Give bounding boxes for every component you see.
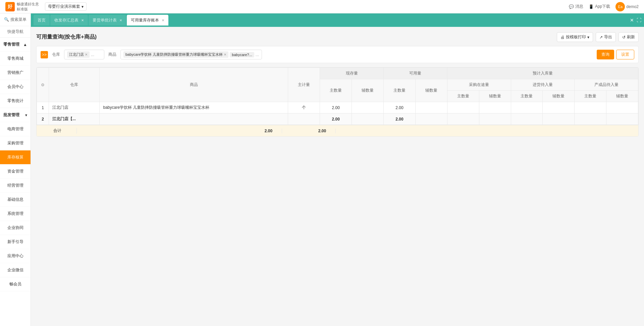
row2-incoming-main — [511, 113, 543, 125]
row2-product-main — [575, 113, 606, 125]
sidebar-item-retail-mall[interactable]: 零售商城 — [0, 52, 31, 66]
page-actions: 🖨 按模板打印 ▾ ↗ 导出 ↺ 刷新 — [557, 32, 639, 42]
product-pending-header: 产成品待入量 — [575, 79, 638, 91]
chevron-up-icon: ▲ — [23, 42, 27, 47]
sidebar-item-enterprise-wechat[interactable]: 企业微信 — [0, 263, 31, 277]
row2-purchase-main — [447, 113, 479, 125]
sidebar-item-member[interactable]: 会员中心 — [0, 80, 31, 94]
export-btn[interactable]: ↗ 导出 — [596, 32, 616, 42]
filter-actions: 查询 设置 — [597, 50, 634, 59]
page-header: 可用量查询(按仓库+商品) 🖨 按模板打印 ▾ ↗ 导出 ↺ 刷新 — [36, 32, 639, 42]
product-tag1-close[interactable]: ✕ — [224, 53, 226, 56]
sidebar-search[interactable]: 🔍 搜索菜单 — [0, 13, 31, 26]
data-table-container: ⚙ 仓库 商品 主计量 现存量 可用量 预计入库量 主数量 辅数量 — [36, 67, 639, 137]
product-main-header: 主数量 — [575, 91, 606, 102]
current-aux-qty-header: 辅数量 — [352, 79, 384, 102]
message-btn[interactable]: 💬 消息 — [569, 4, 583, 9]
row2-index: 2 — [37, 113, 49, 125]
chevron-down-icon: ▾ — [587, 35, 589, 40]
row2-current-main: 2.00 — [320, 113, 352, 125]
warehouse-tag: 江北门店 ✕ — [67, 51, 90, 58]
product-col-header: 商品 — [100, 68, 288, 102]
sidebar-item-enterprise[interactable]: 企业协同 — [0, 221, 31, 235]
sidebar-item-marketing[interactable]: 营销推广 — [0, 66, 31, 80]
mobile-icon: 📱 — [589, 4, 594, 9]
sidebar: 🔍 搜索菜单 快捷导航 零售管理 ▲ 零售商城 营销推广 会员中心 零售统计 批… — [0, 13, 31, 326]
row1-warehouse: 江北门店 — [49, 102, 100, 113]
warehouse-tag-close[interactable]: ✕ — [85, 53, 88, 56]
refresh-btn[interactable]: ↺ 刷新 — [619, 32, 639, 42]
settings-col-header[interactable]: ⚙ — [37, 68, 49, 102]
row2-product — [100, 113, 288, 125]
export-icon: ↗ — [599, 35, 603, 40]
current-stock-col-header: 现存量 — [320, 68, 384, 79]
tab-home[interactable]: 首页 — [34, 15, 50, 26]
row1-unit: 个 — [288, 102, 320, 113]
store-selector[interactable]: 母婴行业演示账套 ▾ — [45, 2, 87, 11]
page-title: 可用量查询(按仓库+商品) — [36, 34, 97, 41]
tab-available-ledger[interactable]: 可用量库存账本 ✕ — [127, 15, 168, 26]
sidebar-item-vip[interactable]: 畅会员 — [0, 277, 31, 291]
main-container: 🔍 搜索菜单 快捷导航 零售管理 ▲ 零售商城 营销推广 会员中心 零售统计 批… — [0, 13, 644, 326]
footer-available-main: 2.00 — [309, 129, 336, 133]
sidebar-item-purchase[interactable]: 采购管理 — [0, 136, 31, 150]
tab-order-stats[interactable]: 要货单统计表 ✕ — [89, 15, 126, 26]
row1-product-main — [575, 102, 606, 113]
print-template-btn[interactable]: 🖨 按模板打印 ▾ — [557, 32, 593, 42]
row2-current-aux — [352, 113, 384, 125]
sidebar-item-retail-mgmt[interactable]: 零售管理 ▲ — [0, 38, 31, 52]
tab-close-income-summary[interactable]: ✕ — [81, 18, 84, 22]
purchase-main-header: 主数量 — [447, 91, 479, 102]
sidebar-item-system[interactable]: 系统管理 — [0, 207, 31, 221]
planned-inbound-col-header: 预计入库量 — [447, 68, 638, 79]
query-button[interactable]: 查询 — [597, 50, 614, 59]
top-bar-right: 💬 消息 📱 App下载 Ea demo2 — [569, 2, 639, 11]
sidebar-item-wholesale[interactable]: 批发管理 ▾ — [0, 108, 31, 122]
sidebar-item-guide[interactable]: 新手引导 — [0, 235, 31, 249]
product-more[interactable]: ... — [256, 52, 259, 57]
user-profile[interactable]: Ea demo2 — [615, 2, 639, 11]
row2-warehouse: 江北门店【... — [49, 113, 100, 125]
setting-button[interactable]: 设置 — [616, 50, 634, 59]
row2-available-main: 2.00 — [384, 113, 416, 125]
incoming-aux-header: 辅数量 — [543, 91, 575, 102]
tab-close-order-stats[interactable]: ✕ — [119, 18, 122, 22]
tab-close-available-ledger[interactable]: ✕ — [162, 18, 164, 22]
sidebar-item-app-center[interactable]: 应用中心 — [0, 249, 31, 263]
sidebar-quick-nav[interactable]: 快捷导航 — [0, 26, 31, 38]
purchase-transit-header: 采购在途量 — [447, 79, 511, 91]
maximize-window-btn[interactable]: ⛶ — [637, 17, 641, 23]
chevron-down-icon: ▾ — [25, 113, 27, 118]
row1-product: babycare学饮杯 儿童防摔防撞吸管杯重力球吸嘴杯宝宝水杯 — [100, 102, 288, 113]
row1-index: 1 — [37, 102, 49, 113]
logo-text: 畅捷通好生意 标准版 — [17, 2, 39, 11]
row2-incoming-aux — [543, 113, 575, 125]
logo-icon: 好 — [5, 2, 15, 11]
current-main-qty-header: 主数量 — [320, 79, 352, 102]
top-bar-left: 好 畅捷通好生意 标准版 母婴行业演示账套 ▾ — [5, 2, 87, 11]
close-window-btn[interactable]: ✕ — [630, 17, 634, 23]
app-download-btn[interactable]: 📱 App下载 — [589, 4, 610, 9]
table-row-subtotal: 2 江北门店【... 2.00 2.00 — [37, 113, 638, 125]
sidebar-item-basic-info[interactable]: 基础信息 — [0, 193, 31, 207]
settings-icon[interactable]: ⚙ — [41, 83, 45, 87]
incoming-main-header: 主数量 — [511, 91, 543, 102]
filter-expand-btn[interactable]: >> — [41, 51, 48, 58]
sidebar-item-finance[interactable]: 资金管理 — [0, 165, 31, 179]
available-col-header: 可用量 — [384, 68, 447, 79]
row1-available-aux — [415, 102, 447, 113]
warehouse-filter-input[interactable]: 江北门店 ✕ ... — [64, 50, 104, 59]
product-filter-input[interactable]: babycare学饮杯 儿童防摔防撞吸管杯重力球吸嘴杯宝宝水杯 ✕ babyca… — [120, 50, 262, 59]
available-aux-qty-header: 辅数量 — [415, 79, 447, 102]
row1-purchase-aux — [479, 102, 511, 113]
tab-income-summary[interactable]: 收发存汇总表 ✕ — [50, 15, 88, 26]
logo-area: 好 畅捷通好生意 标准版 — [5, 2, 39, 11]
message-icon: 💬 — [569, 4, 574, 9]
sidebar-item-inventory[interactable]: 库存核算 — [0, 150, 31, 165]
sidebar-item-retail-stats[interactable]: 零售统计 — [0, 94, 31, 108]
warehouse-more[interactable]: ... — [91, 52, 94, 57]
product-tag2: babycare?... — [230, 52, 254, 57]
sidebar-item-ecommerce[interactable]: 电商管理 — [0, 122, 31, 136]
filter-bar: >> 仓库 江北门店 ✕ ... 商品 babycare学饮杯 儿童防摔防撞吸管… — [36, 46, 639, 63]
sidebar-item-operation[interactable]: 经营管理 — [0, 179, 31, 193]
